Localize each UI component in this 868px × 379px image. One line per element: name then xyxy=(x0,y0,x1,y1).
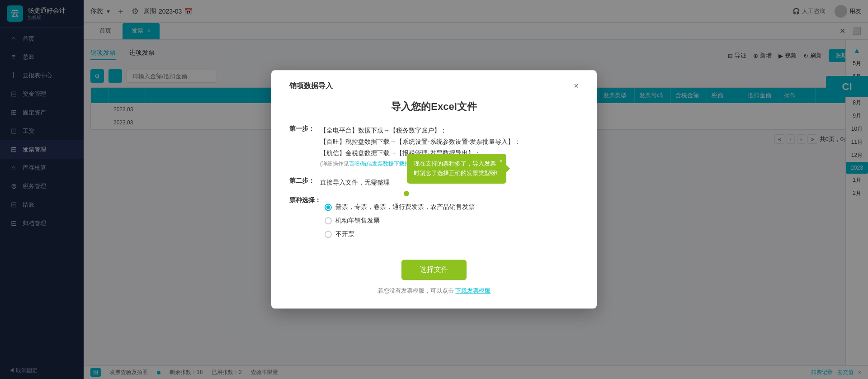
radio-option-1[interactable]: 机动车销售发票 xyxy=(325,217,475,225)
radio-group: 普票，专票，卷票，通行费发票，农产品销售发票 机动车销售发票 不开票 xyxy=(325,204,475,244)
radio-section: 票种选择： 普票，专票，卷票，通行费发票，农产品销售发票 机动车销售发票 不开票 xyxy=(289,197,579,251)
radio-circle-1 xyxy=(325,218,332,225)
modal-footer: 若您没有发票模版，可以点击 下载发票模版 xyxy=(289,287,579,295)
radio-label: 票种选择： xyxy=(289,197,321,205)
download-template-link[interactable]: 下载发票模版 xyxy=(455,288,491,294)
modal-main-title: 导入您的Excel文件 xyxy=(289,100,579,114)
tooltip-bubble: × 现在支持的票种多了，导入发票时别忘了选择正确的发票类型呀! xyxy=(407,154,506,184)
radio-option-2[interactable]: 不开票 xyxy=(325,231,475,239)
guide-link[interactable]: 百旺/航信发票数据下载指南 xyxy=(349,161,415,167)
select-file-btn[interactable]: 选择文件 xyxy=(401,260,467,280)
tooltip-dot xyxy=(404,191,409,196)
step1-label: 第一步： xyxy=(289,125,316,133)
import-modal: 销项数据导入 × 导入您的Excel文件 第一步： 【全电平台】数据下载→【税务… xyxy=(271,70,597,308)
radio-circle-0 xyxy=(325,204,332,211)
step2-label: 第二步： xyxy=(289,177,316,185)
modal-header: 销项数据导入 × xyxy=(289,81,579,91)
radio-circle-2 xyxy=(325,231,332,238)
step2-content: 直接导入文件，无需整理 xyxy=(320,177,390,188)
modal-close-btn[interactable]: × xyxy=(574,81,579,91)
modal-title: 销项数据导入 xyxy=(289,81,333,91)
tooltip-close-btn[interactable]: × xyxy=(499,156,503,166)
radio-option-0[interactable]: 普票，专票，卷票，通行费发票，农产品销售发票 xyxy=(325,204,475,212)
